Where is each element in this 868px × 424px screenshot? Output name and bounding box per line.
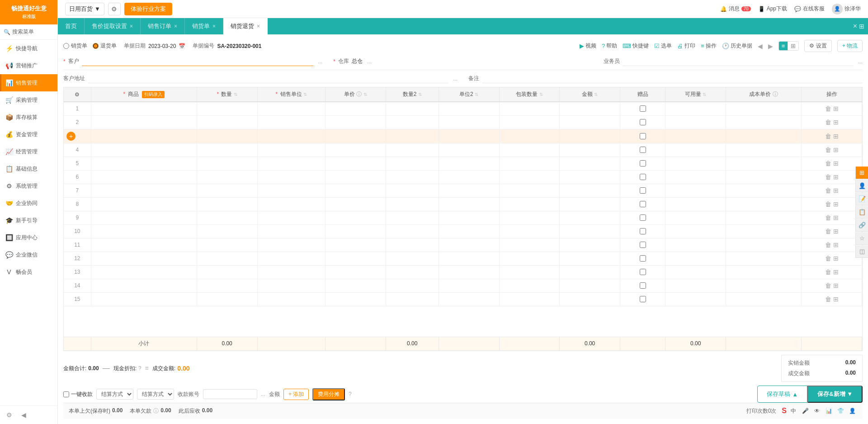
status-icon-mic[interactable]: 🎤 <box>800 406 810 416</box>
radio-return-input[interactable] <box>93 43 99 49</box>
list-view-button[interactable]: ≡ <box>779 42 788 50</box>
copy-row-button[interactable]: ⊞ <box>833 268 839 276</box>
sidebar-item-basic[interactable]: 📋 基础信息 <box>0 160 57 177</box>
amount-sort-icon[interactable]: ⇅ <box>594 92 598 97</box>
th-settings[interactable]: ⚙ <box>64 87 91 102</box>
delete-row-button[interactable]: 🗑 <box>825 228 831 235</box>
collapse-icon[interactable]: ◀ <box>18 410 29 420</box>
delete-row-button[interactable]: 🗑 <box>825 268 831 276</box>
tab-price-settings-close[interactable]: × <box>130 23 133 29</box>
sidebar-item-guide[interactable]: 🎓 新手引导 <box>0 212 57 229</box>
radio-sale-input[interactable] <box>63 43 69 49</box>
delete-row-button[interactable]: 🗑 <box>825 241 831 248</box>
fee-question-icon[interactable]: ? <box>349 391 352 397</box>
status-icon-shirt[interactable]: 👕 <box>835 406 845 416</box>
notes-input[interactable] <box>482 74 863 83</box>
delete-row-button[interactable]: 🗑 <box>825 119 831 126</box>
delete-row-button[interactable]: 🗑 <box>825 133 831 140</box>
delete-row-button[interactable]: 🗑 <box>825 282 831 289</box>
copy-row-button[interactable]: ⊞ <box>833 160 839 167</box>
delete-row-button[interactable]: 🗑 <box>825 173 831 181</box>
staff-more-button[interactable]: ... <box>858 58 863 65</box>
quick-btn-2[interactable]: 👤 <box>855 180 868 192</box>
sidebar-item-enterprise[interactable]: 🤝 企业协同 <box>0 195 57 212</box>
status-icon-chinese[interactable]: 中 <box>788 406 798 416</box>
copy-row-button[interactable]: ⊞ <box>833 282 839 289</box>
gift-checkbox[interactable] <box>640 214 646 221</box>
gift-checkbox[interactable] <box>640 201 646 207</box>
sidebar-item-operation[interactable]: 📈 经营管理 <box>0 143 57 160</box>
copy-row-button[interactable]: ⊞ <box>833 214 839 221</box>
product-cell[interactable] <box>91 292 197 306</box>
address-input[interactable] <box>88 74 448 83</box>
customer-input[interactable] <box>82 57 314 66</box>
history-button[interactable]: 🕐 历史单据 <box>722 42 752 50</box>
unit2-sort-icon[interactable]: ⇅ <box>475 92 478 97</box>
online-service-button[interactable]: 💬 在线客服 <box>794 5 825 13</box>
gift-checkbox[interactable] <box>640 269 646 275</box>
save-new-button[interactable]: 保存&新增 ▼ <box>807 386 863 403</box>
gift-checkbox[interactable] <box>640 133 646 139</box>
sidebar-item-inventory[interactable]: 📦 库存核算 <box>0 109 57 126</box>
delete-row-button[interactable]: 🗑 <box>825 295 831 303</box>
calendar-icon[interactable]: 📅 <box>179 43 185 49</box>
tab-sales-return-close[interactable]: × <box>257 23 260 29</box>
status-icon-table[interactable]: 📊 <box>824 406 834 416</box>
operate-button[interactable]: ≡ 操作 <box>701 42 717 50</box>
qty2-sort-icon[interactable]: ⇅ <box>418 92 422 97</box>
avail-sort-icon[interactable]: ⇅ <box>703 92 706 97</box>
video-button[interactable]: ▶ 视频 <box>580 42 596 50</box>
product-input[interactable] <box>94 133 194 139</box>
customer-more-button[interactable]: ... <box>318 58 322 65</box>
copy-row-button[interactable]: ⊞ <box>833 200 839 208</box>
status-icon-person[interactable]: 👤 <box>847 406 857 416</box>
product-cell[interactable] <box>91 157 197 170</box>
quick-btn-3[interactable]: 📝 <box>855 193 868 205</box>
one-click-pay-checkbox[interactable] <box>63 391 69 397</box>
account-more-button[interactable]: ... <box>261 391 265 397</box>
sidebar-item-member[interactable]: V 畅会员 <box>0 263 57 281</box>
logistics-button[interactable]: + 物流 <box>837 40 863 52</box>
pack-sort-icon[interactable]: ⇅ <box>539 92 543 97</box>
sidebar-item-search[interactable]: 🔍 搜索菜单 <box>0 24 57 40</box>
copy-row-button[interactable]: ⊞ <box>833 255 839 262</box>
product-cell[interactable] <box>91 211 197 224</box>
copy-row-button[interactable]: ⊞ <box>833 105 839 112</box>
experience-button[interactable]: 体验行业方案 <box>124 3 172 15</box>
product-cell[interactable] <box>91 184 197 197</box>
app-logo[interactable]: 畅捷通好生意 标准版 <box>0 0 57 24</box>
radio-sale[interactable]: 销货单 <box>63 42 87 50</box>
address-more-button[interactable]: ... <box>453 76 458 82</box>
question-icon[interactable]: ? <box>138 365 142 372</box>
scan-input-button[interactable]: 扫码录入 <box>142 91 165 98</box>
tab-sales-delivery[interactable]: 销货单 × <box>185 18 223 34</box>
product-cell[interactable] <box>91 170 197 184</box>
help-button[interactable]: ? 帮助 <box>602 42 617 50</box>
gift-checkbox[interactable] <box>640 255 646 262</box>
copy-row-button[interactable]: ⊞ <box>833 228 839 235</box>
account-input[interactable] <box>203 389 257 399</box>
tab-sales-delivery-close[interactable]: × <box>212 23 216 29</box>
fee-split-button[interactable]: 费用分摊 <box>312 388 345 400</box>
gift-checkbox[interactable] <box>640 228 646 234</box>
gift-checkbox[interactable] <box>640 174 646 180</box>
quick-btn-4[interactable]: 📋 <box>855 206 868 219</box>
product-cell[interactable] <box>91 252 197 265</box>
save-draft-button[interactable]: 保存草稿 ▲ <box>757 386 807 403</box>
grid-view-button[interactable]: ⊞ <box>788 42 798 50</box>
status-icon-eye[interactable]: 👁 <box>812 406 822 416</box>
settings-gear-button[interactable]: ⚙ <box>108 3 121 15</box>
delete-row-button[interactable]: 🗑 <box>825 187 831 194</box>
gift-checkbox[interactable] <box>640 282 646 289</box>
sidebar-item-system[interactable]: ⚙ 系统管理 <box>0 177 57 195</box>
delete-row-button[interactable]: 🗑 <box>825 105 831 112</box>
copy-row-button[interactable]: ⊞ <box>833 119 839 126</box>
qty-sort-icon[interactable]: ⇅ <box>234 92 237 97</box>
prev-record-button[interactable]: ◀ <box>758 43 763 50</box>
sidebar-item-wechat[interactable]: 💬 企业微信 <box>0 246 57 263</box>
sidebar-item-marketing[interactable]: 📢 营销推广 <box>0 57 57 74</box>
print-button[interactable]: 🖨 打印 <box>677 42 695 50</box>
staff-input[interactable] <box>623 57 854 66</box>
user-menu-button[interactable]: 👤 徐泽华 <box>832 4 861 14</box>
tab-home[interactable]: 首页 <box>58 18 85 34</box>
